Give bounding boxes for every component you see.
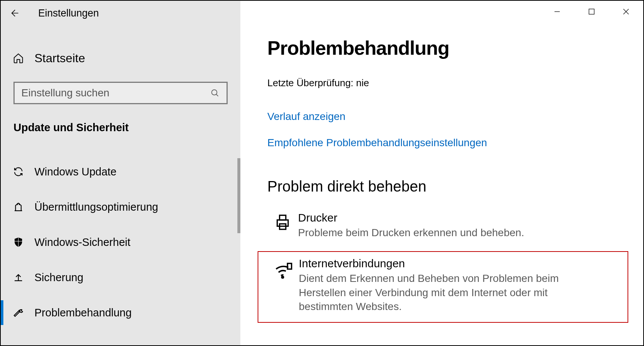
- troubleshoot-item-printer[interactable]: Drucker Probleme beim Drucken erkennen u…: [267, 205, 643, 244]
- nav-label: Windows Update: [34, 166, 116, 178]
- nav-list: Windows Update Übermittlungsoptimierung …: [1, 154, 240, 330]
- nav-label: Windows-Sicherheit: [34, 236, 130, 249]
- troubleshoot-body: Internetverbindungen Dient dem Erkennen …: [299, 257, 602, 314]
- maximize-button[interactable]: [574, 1, 609, 22]
- svg-rect-6: [288, 263, 292, 269]
- sidebar-item-windows-security[interactable]: Windows-Sicherheit: [1, 225, 240, 260]
- home-button[interactable]: Startseite: [1, 48, 240, 68]
- section-title: Update und Sicherheit: [1, 121, 240, 134]
- nav-label: Übermittlungsoptimierung: [34, 201, 158, 213]
- nav-label: Problembehandlung: [34, 307, 132, 319]
- sidebar-item-windows-update[interactable]: Windows Update: [1, 154, 240, 189]
- search-icon: [210, 88, 220, 98]
- home-label: Startseite: [34, 51, 85, 65]
- section-heading: Problem direkt beheben: [267, 178, 643, 195]
- sidebar-scrollbar[interactable]: [237, 158, 240, 233]
- printer-icon: [273, 213, 292, 232]
- sidebar-item-backup[interactable]: Sicherung: [1, 260, 240, 295]
- back-button[interactable]: [1, 1, 28, 25]
- home-icon: [13, 52, 24, 64]
- troubleshoot-title: Internetverbindungen: [299, 257, 602, 270]
- svg-rect-1: [589, 9, 594, 14]
- close-button[interactable]: [609, 1, 643, 22]
- sidebar: Einstellungen Startseite Update und Sich…: [1, 1, 240, 345]
- svg-point-5: [282, 276, 283, 278]
- sidebar-item-delivery-optimization[interactable]: Übermittlungsoptimierung: [1, 189, 240, 225]
- main-panel: Problembehandlung Letzte Überprüfung: ni…: [240, 1, 643, 345]
- search-container: [13, 82, 228, 104]
- maximize-icon: [589, 9, 595, 15]
- svg-rect-3: [280, 215, 286, 220]
- status-line: Letzte Überprüfung: nie: [267, 77, 643, 89]
- wifi-icon: [274, 260, 293, 280]
- window-controls: [540, 1, 643, 22]
- minimize-icon: [554, 8, 561, 15]
- troubleshoot-item-internet[interactable]: Internetverbindungen Dient dem Erkennen …: [258, 251, 628, 323]
- troubleshoot-desc: Probleme beim Drucken erkennen und beheb…: [298, 226, 524, 240]
- nav-label: Sicherung: [34, 271, 83, 284]
- search-input[interactable]: [21, 87, 210, 99]
- minimize-button[interactable]: [540, 1, 574, 22]
- close-icon: [623, 8, 629, 15]
- recommended-settings-link[interactable]: Empfohlene Problembehandlungseinstellung…: [267, 137, 643, 149]
- troubleshoot-desc: Dient dem Erkennen und Beheben von Probl…: [299, 271, 602, 314]
- troubleshoot-body: Drucker Probleme beim Drucken erkennen u…: [298, 211, 524, 240]
- delivery-icon: [13, 201, 24, 213]
- svg-point-0: [212, 90, 217, 95]
- shield-icon: [13, 237, 24, 248]
- backup-icon: [13, 272, 24, 283]
- wrench-icon: [13, 307, 24, 318]
- arrow-left-icon: [9, 8, 19, 18]
- history-link[interactable]: Verlauf anzeigen: [267, 111, 643, 123]
- sidebar-item-troubleshoot[interactable]: Problembehandlung: [1, 295, 240, 330]
- sync-icon: [13, 166, 24, 177]
- svg-rect-2: [277, 220, 288, 226]
- page-title: Problembehandlung: [267, 37, 643, 59]
- troubleshoot-title: Drucker: [298, 211, 524, 224]
- app-title: Einstellungen: [38, 7, 99, 19]
- search-box[interactable]: [13, 82, 228, 104]
- titlebar-left: Einstellungen: [1, 1, 240, 25]
- main-content: Problembehandlung Letzte Überprüfung: ni…: [240, 1, 643, 323]
